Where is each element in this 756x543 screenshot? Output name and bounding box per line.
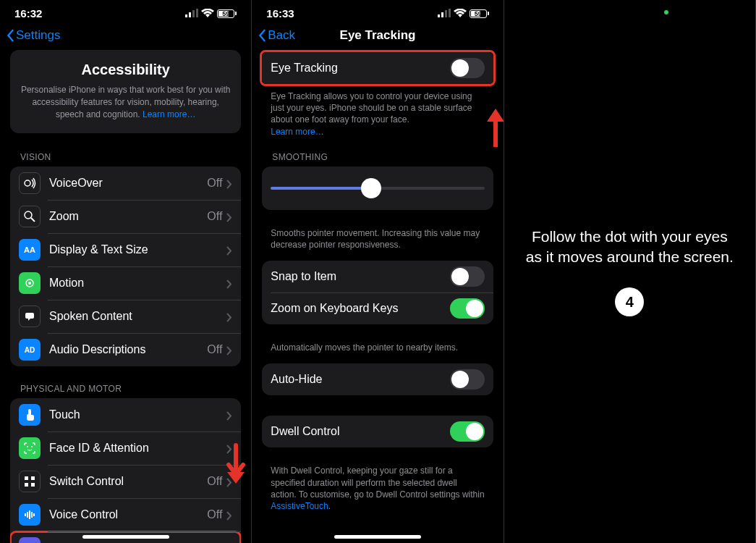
switch-icon (23, 475, 36, 488)
spoken-icon (23, 310, 36, 323)
cellular-icon (185, 7, 198, 20)
list-physical: Touch Face ID & Attention Switch Control… (10, 398, 241, 543)
row-voice-control[interactable]: Voice ControlOff (10, 498, 241, 531)
learn-more-link[interactable]: Learn more… (271, 127, 323, 137)
row-faceid[interactable]: Face ID & Attention (10, 432, 241, 465)
dwell-desc: With Dwell Control, keeping your gaze st… (252, 460, 503, 522)
svg-rect-2 (192, 10, 195, 17)
wifi-icon (201, 7, 214, 20)
svg-point-8 (28, 282, 31, 285)
motion-icon (23, 277, 36, 290)
battery-icon: 59 (217, 9, 237, 18)
row-switch-control[interactable]: Switch ControlOff (10, 465, 241, 498)
row-auto-hide[interactable]: Auto-Hide (262, 363, 493, 395)
row-eye-tracking-toggle[interactable]: Eye Tracking (262, 52, 493, 84)
autohide-toggle[interactable] (450, 369, 485, 390)
svg-rect-16 (25, 513, 26, 516)
chevron-right-icon (226, 510, 232, 520)
row-voiceover[interactable]: VoiceOverOff (10, 167, 241, 200)
touch-icon (23, 408, 36, 421)
svg-rect-1 (189, 12, 191, 17)
chevron-left-icon (258, 29, 266, 42)
row-touch[interactable]: Touch (10, 398, 241, 432)
row-spoken-content[interactable]: Spoken Content (10, 300, 241, 333)
status-indicators: 59 (185, 7, 237, 20)
wifi-icon (454, 7, 467, 20)
back-label: Back (268, 28, 295, 43)
screenshot-calibration: Follow the dot with your eyes as it move… (504, 0, 756, 543)
svg-rect-0 (185, 14, 187, 17)
annotation-arrow-icon (485, 107, 504, 151)
list-vision: VoiceOverOff ZoomOff AADisplay & Text Si… (10, 167, 241, 366)
assistivetouch-link[interactable]: AssistiveTouch (271, 501, 328, 511)
row-snap-to-item[interactable]: Snap to Item (262, 261, 493, 292)
screenshot-eye-tracking: 16:33 59 Back Eye Tracking Eye Tracking … (252, 0, 504, 543)
nav-bar: Settings (0, 22, 251, 50)
snap-desc: Automatically moves the pointer to nearb… (252, 337, 503, 363)
learn-more-link[interactable]: Learn more… (143, 109, 195, 119)
svg-rect-28 (449, 9, 451, 17)
status-time: 16:33 (266, 7, 294, 20)
row-dwell-control[interactable]: Dwell Control (262, 416, 493, 447)
row-zoom[interactable]: ZoomOff (10, 200, 241, 233)
home-indicator[interactable] (82, 535, 169, 539)
row-display-text-size[interactable]: AADisplay & Text Size (10, 233, 241, 266)
row-motion[interactable]: Motion (10, 266, 241, 300)
faceid-icon (23, 442, 36, 455)
row-zoom-keyboard[interactable]: Zoom on Keyboard Keys (262, 292, 493, 324)
chevron-left-icon (6, 29, 14, 42)
status-indicators: 59 (438, 7, 489, 20)
svg-rect-19 (31, 512, 33, 518)
zoom-keyboard-toggle[interactable] (450, 298, 485, 319)
page-title: Accessibility (20, 62, 231, 78)
back-label: Settings (16, 28, 60, 43)
section-header-physical: PHYSICAL AND MOTOR (0, 379, 251, 398)
svg-rect-27 (445, 10, 447, 17)
svg-rect-13 (31, 476, 35, 480)
snap-list: Snap to Item Zoom on Keyboard Keys (262, 261, 493, 324)
chevron-right-icon (226, 345, 232, 355)
svg-point-5 (25, 211, 32, 219)
chevron-right-icon (226, 212, 232, 222)
snap-toggle[interactable] (450, 266, 485, 287)
svg-rect-17 (27, 512, 28, 518)
status-time: 16:32 (14, 7, 42, 20)
eye-tracking-toggle[interactable] (450, 58, 485, 78)
eye-tracking-desc: Eye Tracking allows you to control your … (252, 86, 503, 148)
status-bar: 16:33 59 (252, 0, 503, 22)
ad-icon: AD (25, 346, 35, 354)
chevron-right-icon (226, 179, 232, 188)
svg-rect-15 (31, 483, 35, 487)
svg-rect-18 (29, 510, 30, 519)
battery-icon: 59 (470, 9, 489, 18)
header-card: Accessibility Personalise iPhone in ways… (10, 50, 241, 133)
back-button[interactable]: Settings (6, 28, 60, 43)
calibration-instruction: Follow the dot with your eyes as it move… (526, 227, 734, 268)
page-description: Personalise iPhone in ways that work bes… (20, 84, 231, 120)
svg-rect-25 (438, 14, 440, 17)
row-audio-descriptions[interactable]: ADAudio DescriptionsOff (10, 333, 241, 366)
smoothing-slider[interactable] (271, 178, 484, 198)
back-button[interactable]: Back (258, 28, 295, 43)
chevron-right-icon (226, 245, 232, 255)
dwell-toggle[interactable] (450, 421, 485, 442)
voiceover-icon (23, 177, 36, 190)
section-header-smoothing: SMOOTHING (252, 148, 503, 167)
home-indicator[interactable] (334, 535, 421, 539)
chevron-right-icon (226, 279, 232, 288)
chevron-right-icon (226, 411, 232, 420)
svg-rect-14 (25, 483, 28, 487)
svg-point-11 (31, 446, 33, 447)
textsize-icon: AA (24, 245, 35, 254)
svg-rect-9 (25, 313, 34, 319)
svg-rect-3 (196, 9, 198, 17)
svg-line-6 (31, 218, 35, 222)
nav-bar: Back Eye Tracking (252, 22, 503, 50)
screenshot-accessibility: 16:32 59 Settings Accessibility Personal… (0, 0, 252, 543)
autohide-list: Auto-Hide (262, 363, 493, 395)
svg-rect-20 (33, 513, 35, 516)
section-header-vision: VISION (0, 148, 251, 167)
status-bar: 16:32 59 (0, 0, 251, 22)
smoothing-slider-card (262, 167, 493, 210)
highlighted-toggle-row: Eye Tracking (260, 50, 495, 86)
